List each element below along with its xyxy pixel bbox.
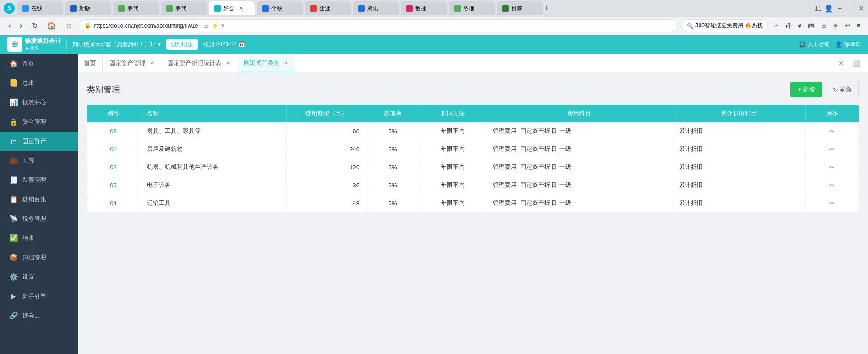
sidebar-item-more[interactable]: 🔗 好会...	[0, 306, 78, 325]
tab-close-icon[interactable]: ✕	[239, 6, 243, 12]
scissors-icon[interactable]: ✂	[772, 20, 781, 31]
calendar-icon[interactable]: 📅	[238, 41, 245, 48]
sidebar-item-home[interactable]: 🏠 首页	[0, 54, 78, 73]
close-all-tabs-button[interactable]: ✕	[836, 59, 846, 68]
tab-close-mgmt[interactable]: ✕	[150, 60, 154, 66]
cell-expense: 管理费用_固定资产折旧_一级	[486, 194, 672, 212]
address-bar[interactable]: 🔒 https://cloud.chanjet.com/accounting/u…	[78, 19, 678, 32]
sidebar-item-guide[interactable]: ▶ 新手引导	[0, 287, 78, 306]
consult-label: 人工咨询	[808, 41, 830, 48]
minimize-icon[interactable]: －	[836, 4, 844, 13]
tab-asset-category[interactable]: 固定资产类别 ✕	[237, 54, 295, 72]
cell-period: 120	[287, 158, 366, 176]
cell-method: 年限平均	[419, 194, 486, 212]
tab-icon	[502, 5, 509, 12]
tab-fixed-assets-mgmt[interactable]: 固定资产管理 ✕	[103, 54, 161, 72]
cell-id: 01	[87, 140, 140, 158]
user-avatar-icon: 👤	[835, 41, 842, 48]
browser-tab-tengxun[interactable]: 腾讯	[353, 1, 399, 15]
consult-button[interactable]: 🎧 人工咨询	[799, 41, 830, 48]
cell-expense: 管理费用_固定资产折旧_一级	[486, 122, 672, 140]
edit-row-button[interactable]: ✏	[829, 146, 834, 153]
reports-icon: 📊	[9, 98, 18, 107]
topbar-user-info: 刘小艳演示彩套（勿删勿动！）11 ▾	[72, 41, 161, 48]
page-header: 类别管理 + 新增 ↻ 刷新	[87, 82, 859, 97]
tab-home[interactable]: 首页	[78, 54, 103, 72]
wallet-icon[interactable]: ¥	[796, 20, 803, 31]
sidebar-label: 好会...	[22, 312, 39, 320]
tab-icon	[310, 5, 317, 12]
lightning-icon: ⚡	[211, 22, 219, 29]
edit-row-button[interactable]: ✏	[829, 182, 834, 189]
cell-residual: 5%	[366, 122, 419, 140]
tab-label: 易代	[175, 5, 186, 12]
edit-row-button[interactable]: ✏	[829, 128, 834, 135]
bookmark-button[interactable]: ☆	[63, 19, 75, 32]
sidebar-item-ledger[interactable]: 📒 总账	[0, 73, 78, 93]
tab-label: 企业	[319, 5, 330, 12]
close-window-icon[interactable]: ✕	[858, 4, 864, 13]
sidebar-item-closing[interactable]: ✅ 结账	[0, 228, 78, 248]
page-tab-bar: 首页 固定资产管理 ✕ 固定资产折旧统计表 ✕ 固定资产类别 ✕ ✕ ⬜	[78, 54, 868, 72]
dropdown-arrow[interactable]: ▾	[158, 41, 161, 48]
tab-label: 腾讯	[367, 5, 378, 12]
switch-version-button[interactable]: 切到旧版	[166, 39, 198, 50]
translate-icon[interactable]: 译	[783, 20, 794, 31]
sidebar-item-settings[interactable]: ⚙️ 设置	[0, 267, 78, 287]
browser-tab-geshui[interactable]: 个税	[257, 1, 303, 15]
tab-depreciation-stats[interactable]: 固定资产折旧统计表 ✕	[161, 54, 237, 72]
sidebar-label: 结账	[22, 234, 34, 242]
back-button[interactable]: ‹	[6, 20, 13, 32]
sidebar-item-archive[interactable]: 📦 归档管理	[0, 248, 78, 267]
sidebar-item-funds[interactable]: 🔒 资金管理	[0, 112, 78, 132]
tab-close-stats[interactable]: ✕	[226, 60, 230, 66]
expand-tab-button[interactable]: ⬜	[850, 59, 862, 68]
grid-icon[interactable]: ⊞	[819, 20, 829, 31]
toolbar-extension-icons: ✂ 译 ¥ 🎮 ⊞ ☀ ↩ ≡	[772, 20, 862, 31]
sidebar-item-fixed-assets[interactable]: 🗂 固定资产	[0, 132, 78, 151]
edit-row-button[interactable]: ✏	[829, 200, 834, 207]
new-tab-button[interactable]: +	[545, 4, 549, 12]
tab-label: 易代	[127, 5, 138, 12]
sidebar-item-reports[interactable]: 📊 报表中心	[0, 93, 78, 112]
browser-tab-gedi[interactable]: 各地	[449, 1, 495, 15]
brand-name: 畅捷通好会计	[25, 37, 61, 45]
sun-icon[interactable]: ☀	[831, 20, 841, 31]
cell-method: 年限平均	[419, 140, 486, 158]
browser-tab-xinban[interactable]: 新版	[65, 1, 111, 15]
reload-button[interactable]: ↻	[29, 19, 41, 32]
tab-icon	[118, 5, 125, 12]
cell-period: 36	[287, 176, 366, 194]
browser-tab-muqian[interactable]: 目前	[497, 1, 543, 15]
tab-close-category[interactable]: ✕	[284, 60, 288, 66]
sidebar-item-payroll[interactable]: 💼 工资	[0, 151, 78, 170]
menu-icon[interactable]: ≡	[854, 20, 862, 31]
browser-tab-haohui[interactable]: 好会 ✕	[209, 1, 255, 15]
browser-tab-yidai2[interactable]: 易代	[161, 1, 207, 15]
sidebar-label: 总账	[22, 79, 34, 87]
user-profile-button[interactable]: 👤 徐泽华	[835, 41, 861, 48]
sidebar-item-tax[interactable]: 📡 税务管理	[0, 209, 78, 228]
tab-label: 新版	[79, 5, 90, 12]
cell-accum: 累计折旧	[672, 158, 805, 176]
add-category-button[interactable]: + 新增	[790, 82, 822, 97]
sidebar-item-purchase[interactable]: 📋 进销台账	[0, 190, 78, 209]
search-bar[interactable]: 🔍 360智能抠图免费用 🔥热搜	[682, 19, 768, 32]
user-name-text: 刘小艳演示彩套（勿删勿动！）11	[72, 41, 156, 48]
forward-button[interactable]: ›	[17, 20, 25, 32]
maximize-icon[interactable]: ⬜	[846, 4, 856, 13]
dropdown-icon[interactable]: ▾	[221, 22, 225, 29]
browser-tab-zaixin[interactable]: 在线	[17, 1, 63, 15]
refresh-label: 刷新	[840, 85, 852, 94]
edit-row-button[interactable]: ✏	[829, 164, 834, 171]
game-icon[interactable]: 🎮	[805, 20, 817, 31]
sidebar-item-invoice[interactable]: 🧾 发票管理	[0, 170, 78, 190]
refresh-button[interactable]: ↻ 刷新	[826, 82, 859, 97]
tab-label: 个税	[271, 5, 282, 12]
home-button[interactable]: 🏠	[44, 19, 59, 32]
main-content: 首页 固定资产管理 ✕ 固定资产折旧统计表 ✕ 固定资产类别 ✕ ✕ ⬜	[78, 54, 868, 354]
undo-icon[interactable]: ↩	[843, 20, 852, 31]
browser-tab-yidai1[interactable]: 易代	[113, 1, 159, 15]
browser-tab-changjie[interactable]: 畅捷	[401, 1, 447, 15]
browser-tab-qiye[interactable]: 企业	[305, 1, 351, 15]
